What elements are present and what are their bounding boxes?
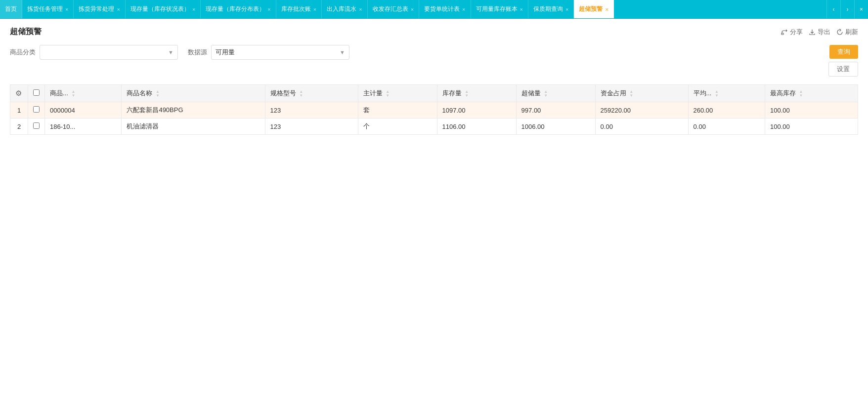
gear-icon[interactable]: ⚙ — [15, 89, 22, 97]
nav-demand-stats[interactable]: 要货单统计表 × — [419, 0, 471, 18]
close-icon[interactable]: × — [313, 6, 316, 12]
nav-arrow-close[interactable]: × — [854, 0, 868, 18]
nav-available-account[interactable]: 可用量库存账本 × — [471, 0, 528, 18]
category-label: 商品分类 — [10, 48, 36, 57]
col-header-stock[interactable]: 库存量 ▲▼ — [437, 85, 516, 102]
datasource-value: 可用量 — [216, 48, 235, 57]
close-icon[interactable]: × — [605, 6, 608, 12]
col-header-product-code[interactable]: 商品... ▲▼ — [45, 85, 122, 102]
row-unit: 个 — [358, 118, 437, 135]
row-max-stock: 100.00 — [765, 102, 858, 118]
share-button[interactable]: 分享 — [781, 28, 803, 37]
refresh-icon — [836, 29, 843, 36]
row-spec: 123 — [265, 118, 358, 135]
table-row: 1 0000004 六配套新昌490BPG 123 套 1097.00 997.… — [10, 102, 858, 118]
nav-home[interactable]: 首页 — [0, 0, 22, 18]
sort-icon: ▲▼ — [156, 90, 160, 98]
sort-icon: ▲▼ — [386, 90, 390, 98]
header-actions: 分享 导出 刷新 — [781, 28, 858, 37]
nav-arrow-left[interactable]: ‹ — [826, 0, 840, 18]
datasource-select[interactable]: 可用量 ▼ — [211, 45, 349, 60]
chevron-down-icon: ▼ — [168, 49, 174, 55]
page-title: 超储预警 — [10, 27, 42, 37]
close-icon[interactable]: × — [192, 6, 195, 12]
col-header-spec[interactable]: 规格型号 ▲▼ — [265, 85, 358, 102]
nav-shelf-life[interactable]: 保质期查询 × — [528, 0, 574, 18]
row-checkbox[interactable] — [33, 106, 40, 113]
row-checkbox-cell — [28, 118, 45, 135]
col-header-checkbox — [28, 85, 45, 102]
page-header: 超储预警 分享 导出 — [10, 27, 858, 37]
col-header-avg[interactable]: 平均... ▲▼ — [688, 85, 765, 102]
nav-batch-account[interactable]: 库存批次账 × — [276, 0, 322, 18]
export-button[interactable]: 导出 — [809, 28, 830, 37]
export-icon — [809, 29, 816, 36]
nav-receipt-summary[interactable]: 收发存汇总表 × — [368, 0, 419, 18]
col-header-capital[interactable]: 资金占用 ▲▼ — [595, 85, 688, 102]
col-header-gear: ⚙ — [10, 85, 28, 102]
close-icon[interactable]: × — [65, 6, 68, 12]
close-icon[interactable]: × — [359, 6, 362, 12]
row-capital: 0.00 — [595, 118, 688, 135]
close-icon[interactable]: × — [565, 6, 568, 12]
row-product-code: 186-10... — [45, 118, 122, 135]
row-checkbox-cell — [28, 102, 45, 118]
row-stock: 1097.00 — [437, 102, 516, 118]
row-product-name: 机油滤清器 — [122, 118, 265, 135]
close-icon[interactable]: × — [411, 6, 414, 12]
row-product-code: 0000004 — [45, 102, 122, 118]
category-filter: 商品分类 ▼ — [10, 45, 178, 60]
close-icon[interactable]: × — [117, 6, 120, 12]
sort-icon: ▲▼ — [799, 90, 803, 98]
row-avg: 260.00 — [688, 102, 765, 118]
row-avg: 0.00 — [688, 118, 765, 135]
row-num: 1 — [10, 102, 28, 118]
filter-buttons: 查询 设置 — [828, 45, 858, 77]
col-header-product-name[interactable]: 商品名称 ▲▼ — [122, 85, 265, 102]
row-num: 2 — [10, 118, 28, 135]
row-max-stock: 100.00 — [765, 118, 858, 135]
col-header-overstock[interactable]: 超储量 ▲▼ — [516, 85, 595, 102]
nav-inventory-distribution[interactable]: 现存量（库存分布表） × — [201, 0, 276, 18]
svg-rect-0 — [781, 33, 783, 35]
close-icon[interactable]: × — [462, 6, 465, 12]
sort-icon: ▲▼ — [629, 90, 633, 98]
table-header: ⚙ 商品... ▲▼ 商品名称 ▲▼ 规格型号 ▲▼ 主计 — [10, 85, 858, 102]
col-header-max-stock[interactable]: 最高库存 ▲▼ — [765, 85, 858, 102]
row-capital: 259220.00 — [595, 102, 688, 118]
data-table: ⚙ 商品... ▲▼ 商品名称 ▲▼ 规格型号 ▲▼ 主计 — [10, 84, 858, 135]
nav-overstock-warning[interactable]: 超储预警 × — [574, 0, 613, 18]
nav-exception-handling[interactable]: 拣货异常处理 × — [74, 0, 125, 18]
nav-inout-flow[interactable]: 出入库流水 × — [322, 0, 367, 18]
close-icon[interactable]: × — [520, 6, 523, 12]
row-stock: 1106.00 — [437, 118, 516, 135]
page-content: 超储预警 分享 导出 — [0, 19, 868, 395]
nav-arrows: ‹ › × — [826, 0, 868, 18]
category-select[interactable]: ▼ — [40, 45, 178, 60]
share-icon — [781, 29, 788, 36]
sort-icon: ▲▼ — [71, 90, 75, 98]
datasource-label: 数据源 — [188, 48, 207, 57]
row-spec: 123 — [265, 102, 358, 118]
row-overstock: 1006.00 — [516, 118, 595, 135]
sort-icon: ▲▼ — [715, 90, 719, 98]
select-all-checkbox[interactable] — [33, 89, 40, 96]
refresh-button[interactable]: 刷新 — [836, 28, 858, 37]
datasource-filter: 数据源 可用量 ▼ — [188, 45, 349, 60]
nav-inventory-status[interactable]: 现存量（库存状况表） × — [126, 0, 201, 18]
nav-arrow-right[interactable]: › — [840, 0, 854, 18]
sort-icon: ▲▼ — [544, 90, 548, 98]
filter-row: 商品分类 ▼ 数据源 可用量 ▼ 查询 设置 — [10, 45, 858, 77]
row-product-name: 六配套新昌490BPG — [122, 102, 265, 118]
table-body: 1 0000004 六配套新昌490BPG 123 套 1097.00 997.… — [10, 102, 858, 135]
sort-icon: ▲▼ — [299, 90, 303, 98]
col-header-unit[interactable]: 主计量 ▲▼ — [358, 85, 437, 102]
chevron-down-icon: ▼ — [340, 49, 345, 55]
table-row: 2 186-10... 机油滤清器 123 个 1106.00 1006.00 … — [10, 118, 858, 135]
close-icon[interactable]: × — [267, 6, 270, 12]
query-button[interactable]: 查询 — [829, 45, 858, 59]
nav-task-management[interactable]: 拣货任务管理 × — [22, 0, 74, 18]
settings-button[interactable]: 设置 — [828, 62, 858, 77]
filter-fields: 商品分类 ▼ 数据源 可用量 ▼ — [10, 45, 819, 60]
row-checkbox[interactable] — [33, 122, 40, 129]
